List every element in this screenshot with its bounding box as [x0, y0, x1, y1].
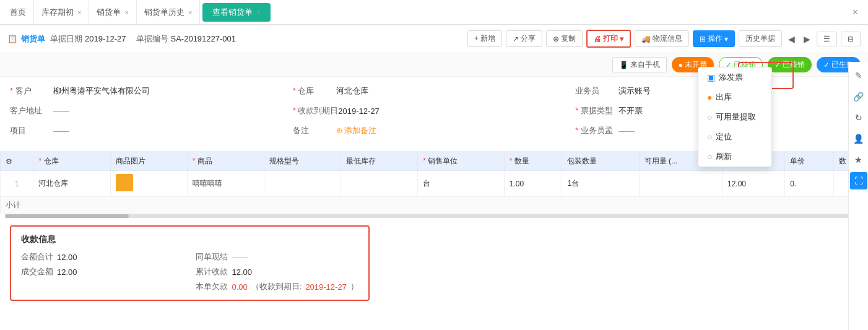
tab-home[interactable]: 首页 — [5, 0, 34, 25]
effective-icon: ✓ — [823, 61, 830, 69]
doc-title: 📋 销货单 — [7, 33, 45, 45]
print-dropdown-icon: ▾ — [620, 35, 623, 43]
copy-button[interactable]: ⊕ 复制 — [546, 30, 583, 47]
share-icon: ↗ — [513, 35, 519, 43]
copy-icon: ⊕ — [553, 35, 559, 43]
tab-view-sales-close[interactable]: × — [256, 9, 260, 16]
col-settings[interactable]: ⚙ — [1, 152, 33, 171]
col-product-img: 商品图片 — [110, 152, 187, 171]
sidebar-expand-icon[interactable]: ⛶ — [850, 172, 867, 189]
add-button[interactable]: + 新增 — [467, 30, 502, 47]
refresh-icon: ○ — [707, 152, 712, 162]
tab-sales-close[interactable]: × — [124, 9, 128, 16]
bottom-section: 收款信息 金额合计 12.00 同单现结 —— 成交金额 12.00 累计收款 … — [0, 218, 868, 308]
col-min-stock: 最低库存 — [341, 152, 418, 171]
view-list-button[interactable]: ☰ — [817, 32, 837, 46]
row-price: 0. — [785, 171, 833, 197]
row-spec — [264, 171, 341, 197]
sidebar-edit-icon[interactable]: ✎ — [850, 67, 867, 84]
dropdown-locate[interactable]: ○ 定位 — [698, 127, 771, 147]
receive-date-value: 2019-12-27 — [338, 105, 380, 117]
payment-info: 收款信息 金额合计 12.00 同单现结 —— 成交金额 12.00 累计收款 … — [10, 225, 370, 301]
col-warehouse: 仓库 — [33, 152, 110, 171]
print-button[interactable]: 🖨 打印 ▾ — [586, 30, 631, 48]
receive-date-group: 收款到期日 2019-12-27 — [293, 105, 576, 117]
project-value: —— — [53, 125, 69, 137]
operate-dropdown: ▣ 添发票 ● 出库 ○ 可用量提取 ○ 定位 ○ 刷新 — [698, 67, 772, 167]
window-close-button[interactable]: × — [848, 7, 863, 18]
tab-inventory-close[interactable]: × — [77, 9, 81, 16]
warehouse-group: 仓库 河北仓库 — [293, 84, 576, 98]
invoice-label: 票据类型 — [575, 105, 618, 116]
current-owed-close: ） — [350, 281, 358, 292]
same-order-row: 同单现结 —— — [196, 251, 358, 263]
history-button[interactable]: 历史单据 — [739, 30, 782, 47]
row-qty: 1.00 — [504, 171, 562, 197]
product-image — [116, 174, 133, 191]
doc-no-value: SA-20191227-001 — [171, 34, 237, 43]
total-row: 金额合计 12.00 — [21, 251, 183, 263]
current-owed-note: （收款到期日: — [251, 281, 302, 292]
add-invoice-label: 添发票 — [719, 72, 743, 83]
sidebar-star-icon[interactable]: ★ — [850, 151, 867, 168]
address-value: —— — [53, 105, 69, 117]
next-button[interactable]: ▶ — [801, 33, 813, 45]
refresh-label: 刷新 — [716, 151, 732, 162]
dropdown-add-invoice[interactable]: ▣ 添发票 — [698, 67, 771, 87]
prev-button[interactable]: ◀ — [786, 33, 797, 45]
tab-view-sales[interactable]: 查看销货单 × — [202, 3, 270, 22]
current-owed-label: 本单欠款 — [196, 281, 228, 292]
locate-icon: ○ — [707, 132, 712, 142]
staff-label: 业务员 — [575, 85, 618, 97]
operate-dropdown-icon: ▾ — [724, 35, 728, 43]
subtotal-label: 小计 — [1, 197, 868, 214]
sidebar-user-icon[interactable]: 👤 — [850, 130, 867, 147]
horizontal-scrollbar[interactable] — [5, 214, 863, 218]
col-sale-unit: 销售单位 — [418, 152, 504, 171]
doc-no-group: 单据编号 SA-20191227-001 — [136, 33, 237, 45]
dropdown-outbound[interactable]: ● 出库 — [698, 87, 771, 107]
not-open-icon: ● — [679, 61, 683, 69]
logistics-button[interactable]: 🚚 物流信息 — [635, 30, 689, 47]
sold-icon: ✓ — [775, 61, 781, 69]
from-phone-button[interactable]: 📱 来自手机 — [612, 57, 667, 72]
dropdown-available-qty[interactable]: ○ 可用量提取 — [698, 107, 771, 127]
tab-sales-history-close[interactable]: × — [188, 9, 192, 16]
row-min-stock — [341, 171, 418, 197]
share-button[interactable]: ↗ 分享 — [506, 30, 542, 47]
row-product: 嘻嘻嘻嘻 — [187, 171, 264, 197]
row-stock: 12.00 — [723, 171, 785, 197]
settings-icon: ⚙ — [6, 157, 12, 166]
outbound-icon: ● — [707, 92, 712, 102]
customer-value: 柳州粤港平安气体有限公司 — [53, 84, 150, 98]
doc-title-text: 销货单 — [21, 33, 45, 45]
operate-button[interactable]: ⊞ 操作 ▾ — [693, 30, 735, 47]
remark-group: 备注 ⊕ 添加备注 — [293, 124, 576, 137]
payment-title: 收款信息 — [21, 234, 358, 245]
operate-icon: ⊞ — [700, 35, 706, 43]
staff-value: 演示账号 — [618, 84, 651, 98]
add-remark-icon: ⊕ — [336, 126, 342, 135]
add-invoice-icon: ▣ — [707, 72, 715, 82]
scrollbar-thumb[interactable] — [5, 214, 129, 218]
sidebar-refresh-icon[interactable]: ↻ — [850, 109, 867, 126]
tab-sales[interactable]: 销货单 × — [89, 0, 136, 25]
view-grid-button[interactable]: ⊟ — [841, 32, 861, 46]
table-row: 1 河北仓库 嘻嘻嘻嘻 台 1.00 1台 12.00 0. — [1, 171, 868, 197]
tab-inventory[interactable]: 库存期初 × — [34, 0, 89, 25]
tab-sales-history[interactable]: 销货单历史 × — [137, 0, 200, 25]
doc-date-group: 单据日期 2019-12-27 — [50, 33, 126, 45]
available-qty-icon: ○ — [707, 112, 712, 122]
total-value: 12.00 — [57, 253, 77, 262]
cumulative-row: 累计收款 12.00 — [196, 266, 358, 277]
current-owed-value: 0.00 — [232, 282, 247, 292]
doc-icon: 📋 — [7, 34, 17, 43]
sold-button[interactable]: ✓ 已核销 — [768, 57, 812, 72]
phone-icon: 📱 — [619, 61, 628, 69]
doc-meta: 单据日期 2019-12-27 单据编号 SA-20191227-001 — [50, 33, 462, 45]
add-remark-btn[interactable]: ⊕ 添加备注 — [336, 124, 377, 137]
sidebar-link-icon[interactable]: 🔗 — [850, 88, 867, 105]
deal-amt-row: 成交金额 12.00 — [21, 266, 183, 277]
dropdown-refresh[interactable]: ○ 刷新 — [698, 147, 771, 167]
doc-date-label: 单据日期 — [50, 33, 82, 45]
